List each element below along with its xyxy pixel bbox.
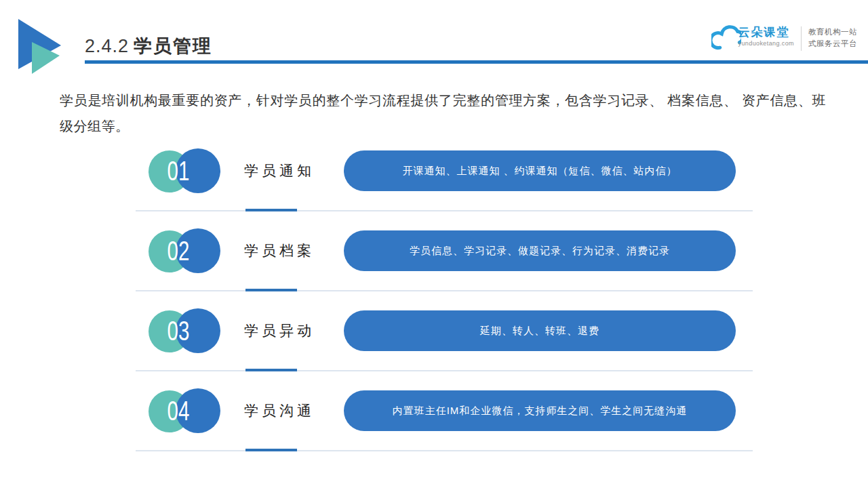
- feature-row-notice: 01 学员通知 开课通知、上课通知 、约课通知（短信、微信、站内信）: [136, 131, 753, 211]
- page-title: 学员管理: [134, 36, 212, 56]
- badge-number: 04: [166, 388, 191, 434]
- brand-tagline-line2: 式服务云平台: [808, 38, 857, 49]
- corner-triangles-logo: [18, 18, 63, 77]
- badge-number: 03: [166, 308, 191, 354]
- brand-domain: yunduoketang.com: [738, 40, 794, 47]
- feature-row-archive: 02 学员档案 学员信息、学习记录、做题记录、行为记录、消费记录: [136, 211, 753, 291]
- feature-description-pill: 内置班主任IM和企业微信，支持师生之间、学生之间无缝沟通: [344, 390, 736, 431]
- feature-label: 学员沟通: [244, 401, 327, 420]
- brand-divider: [801, 26, 802, 51]
- badge-number: 02: [166, 228, 191, 274]
- feature-list: 01 学员通知 开课通知、上课通知 、约课通知（短信、微信、站内信） 02 学员…: [136, 131, 753, 451]
- number-badge: 03: [136, 308, 221, 354]
- feature-row-communication: 04 学员沟通 内置班主任IM和企业微信，支持师生之间、学生之间无缝沟通: [136, 371, 753, 451]
- header-title-row: 2.4.2学员管理: [85, 34, 212, 58]
- divider-accent: [245, 449, 297, 451]
- number-badge: 02: [136, 228, 221, 274]
- feature-description-pill: 开课通知、上课通知 、约课通知（短信、微信、站内信）: [344, 150, 736, 191]
- brand-tagline: 教育机构一站 式服务云平台: [808, 26, 857, 49]
- cloud-logo-icon: [711, 24, 741, 51]
- number-badge: 01: [136, 148, 221, 194]
- feature-label: 学员档案: [244, 241, 327, 260]
- feature-description-pill: 延期、转人、转班、退费: [344, 310, 736, 351]
- title-underline: [85, 60, 868, 64]
- brand-block: 云朵课堂 yunduoketang.com 教育机构一站 式服务云平台: [711, 22, 857, 51]
- feature-description-pill: 学员信息、学习记录、做题记录、行为记录、消费记录: [344, 230, 736, 271]
- feature-label: 学员通知: [244, 161, 327, 180]
- number-badge: 04: [136, 388, 221, 434]
- brand-tagline-line1: 教育机构一站: [808, 26, 857, 38]
- badge-number: 01: [166, 148, 191, 194]
- feature-label: 学员异动: [244, 321, 327, 340]
- feature-row-transfer: 03 学员异动 延期、转人、转班、退费: [136, 291, 753, 371]
- brand-name: 云朵课堂: [738, 26, 794, 39]
- section-number: 2.4.2: [85, 36, 129, 56]
- brand-name-block: 云朵课堂 yunduoketang.com: [738, 26, 794, 47]
